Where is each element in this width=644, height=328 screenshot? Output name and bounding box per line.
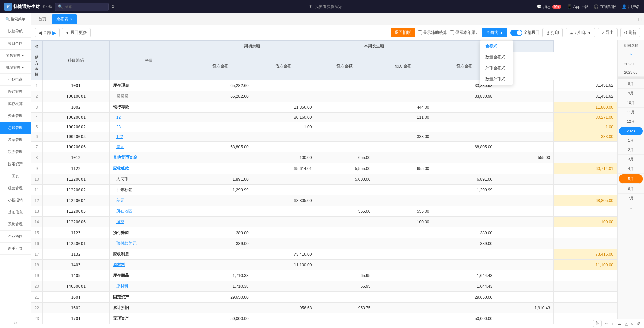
lang-btn[interactable]: 英 [593, 320, 602, 327]
row-name[interactable]: 其他货币资金 [109, 152, 189, 163]
row-name[interactable]: 12 [109, 113, 189, 122]
period-3[interactable]: 3月 [618, 155, 644, 164]
tab-close-icon[interactable]: × [70, 17, 72, 21]
demo-link[interactable]: 👁 我要看实例演示 [309, 4, 343, 10]
sidebar-item-inventory[interactable]: 库存核算 [0, 98, 31, 110]
period-1[interactable]: 1月 [618, 136, 644, 145]
sidebar-item-system[interactable]: 系统管理 [0, 218, 31, 231]
row-name[interactable]: 原材料 [109, 260, 189, 270]
sidebar-item-retail[interactable]: 零售管理 ▼ [0, 50, 31, 62]
period-up-arrow[interactable]: ⌃ [618, 51, 644, 60]
expand-all-toggle[interactable]: 全部展开 [510, 30, 540, 36]
period-8[interactable]: 8月 [618, 79, 644, 89]
sidebar-item-invoice[interactable]: 发票管理 [0, 134, 31, 146]
print-btn[interactable]: 🖨 打印 [542, 28, 563, 37]
sidebar-item-ledger[interactable]: 总账管理 [0, 122, 31, 134]
period-4[interactable]: 4月 [618, 164, 644, 174]
row-name[interactable]: 23 [109, 122, 189, 132]
sidebar-item-operations[interactable]: 经营管理 [0, 182, 31, 194]
row-name[interactable]: 回回回 [109, 91, 189, 102]
row-name[interactable]: 游戏 [109, 217, 189, 227]
tab-minimize-icon[interactable]: — [632, 17, 637, 22]
row-name[interactable]: 银行存款 [109, 102, 189, 113]
period-6[interactable]: 6月 [618, 184, 644, 194]
row-name[interactable]: 差元 [109, 142, 189, 152]
row-name[interactable]: 往来标签 [109, 185, 189, 195]
period-down-arrow[interactable]: ⌄ [618, 203, 644, 212]
status-icon-3[interactable]: ☁ [617, 321, 621, 326]
expand-more-btn[interactable]: ▼ 展开更多 [62, 28, 91, 37]
sidebar-settings-btn[interactable]: ⚙ [0, 318, 31, 328]
cloud-print-btn[interactable]: ☁ 云打印 ▼ [566, 28, 595, 37]
row-number: 23 [31, 313, 43, 324]
user-avatar[interactable]: 👤 用户名 [622, 4, 640, 10]
row-name[interactable]: 固定资产 [109, 292, 189, 303]
period-2023[interactable]: 2023 [619, 127, 643, 135]
period-2023-05-start[interactable]: 2023.05 [618, 60, 644, 68]
row-name[interactable]: 122 [109, 132, 189, 142]
sidebar-item-tax[interactable]: 税务管理 [0, 146, 31, 158]
annual-checkbox-input[interactable] [450, 30, 454, 35]
dropdown-item-foreign-amount[interactable]: 外币金额式 [480, 63, 513, 74]
status-icon-2[interactable]: ↑ [612, 321, 614, 326]
period-12[interactable]: 12月 [618, 117, 644, 126]
row-name[interactable]: 预付款美元 [109, 238, 189, 249]
row-name[interactable]: 无形资产 [109, 313, 189, 324]
row-name[interactable]: 库存商品 [109, 270, 189, 281]
period-5-active[interactable]: 5月 [619, 174, 643, 184]
status-icon-1[interactable]: ✏ [605, 321, 608, 326]
period-2[interactable]: 2月 [618, 145, 644, 155]
refresh-btn[interactable]: ↺ 刷新 [620, 28, 640, 37]
tab-maximize-icon[interactable]: □ [639, 17, 641, 22]
return-old-btn[interactable]: 退回旧版 [391, 28, 415, 37]
row-name[interactable]: 差元 [109, 195, 189, 206]
amount-style-btn[interactable]: 金额式 ▲ [482, 28, 507, 37]
aux-checkbox-input[interactable] [418, 30, 422, 35]
sidebar-item-wholesale[interactable]: 批发管理 ▼ [0, 62, 31, 74]
row-name[interactable]: 应收账款 [109, 163, 189, 174]
sidebar-item-capital[interactable]: 资金管理 [0, 110, 31, 122]
sidebar-item-salary[interactable]: 工资 [0, 170, 31, 182]
tab-balance[interactable]: 余额表 × [52, 14, 77, 24]
tab-home[interactable]: 首页 [34, 14, 51, 24]
dropdown-item-qty-amount[interactable]: 数量金额式 [480, 52, 513, 63]
row-name[interactable]: 库存现金 [109, 80, 189, 91]
sidebar-item-project[interactable]: 项目合同 [0, 38, 31, 50]
sidebar-item-guide[interactable]: 新手引导 [0, 243, 31, 255]
row-name[interactable]: 人民币 [109, 174, 189, 185]
toggle-control[interactable] [510, 30, 522, 36]
row-name[interactable]: 应收利息 [109, 249, 189, 260]
back-all-btn[interactable]: ◀ 全部 ▶ [35, 28, 60, 37]
message-btn[interactable]: 💬 消息 99+ [537, 4, 561, 10]
export-btn[interactable]: ↗ 导出 [598, 28, 618, 37]
th-settings[interactable]: ⚙ [31, 41, 43, 52]
sidebar-item-assets[interactable]: 固定资产 [0, 158, 31, 170]
row-name[interactable]: 原材料 [109, 281, 189, 292]
status-icon-6[interactable]: ↺ [637, 321, 640, 326]
dropdown-item-qty-foreign[interactable]: 数量外币式 [480, 74, 513, 85]
sidebar-item-basic[interactable]: 基础信息 [0, 206, 31, 218]
sidebar-item-search[interactable]: 🔍 搜索菜单 [0, 13, 31, 25]
status-icon-5[interactable]: ○ [631, 321, 633, 326]
sidebar-item-ecommerce[interactable]: 小畅电商 [0, 74, 31, 86]
show-aux-checkbox[interactable]: 显示辅助核算 [418, 30, 447, 36]
period-7[interactable]: 7月 [618, 194, 644, 203]
show-annual-checkbox[interactable]: 显示本年累计 [450, 30, 479, 36]
sidebar-item-expense[interactable]: 小畅报销 [0, 194, 31, 206]
period-2023-05-end[interactable]: 2023.05 [618, 68, 644, 77]
top-search-box[interactable]: 🔍 搜索... [55, 3, 109, 11]
sidebar-item-purchase[interactable]: 采购管理 [0, 86, 31, 98]
row-name[interactable]: 累计折旧 [109, 303, 189, 313]
sidebar-item-quicknav[interactable]: 快捷导航 [0, 25, 31, 38]
app-download-btn[interactable]: 📱 App下载 [567, 4, 588, 10]
sidebar-item-enterprise[interactable]: 企业协同 [0, 231, 31, 243]
settings-icon[interactable]: ⚙ [111, 4, 115, 9]
period-10[interactable]: 10月 [618, 98, 644, 108]
row-name[interactable]: 所在地区 [109, 206, 189, 217]
period-11[interactable]: 11月 [618, 108, 644, 117]
status-icon-4[interactable]: △ [625, 321, 628, 326]
period-9[interactable]: 9月 [618, 89, 644, 98]
dropdown-item-amount[interactable]: 金额式 [480, 41, 513, 52]
row-name[interactable]: 预付账款 [109, 227, 189, 238]
online-service-btn[interactable]: 🎧 在线客服 [594, 4, 616, 10]
